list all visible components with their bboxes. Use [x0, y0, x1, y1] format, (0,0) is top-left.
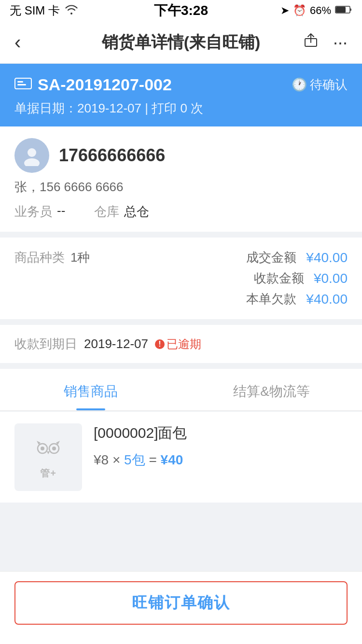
price-value: ¥8: [94, 452, 109, 467]
svg-rect-4: [17, 81, 23, 83]
order-status: 🕐 待确认: [292, 76, 348, 93]
nav-bar: ‹ 销货单详情(来自旺铺) ···: [0, 21, 362, 64]
bottom-bar: 旺铺订单确认: [0, 571, 362, 644]
customer-section: 17666666666 张，156 6666 6666 业务员 -- 仓库 总仓: [0, 126, 362, 238]
tab-sales-label: 销售商品: [64, 384, 118, 399]
customer-info: 17666666666: [59, 145, 165, 166]
total-value: ¥40: [161, 452, 183, 467]
svg-rect-1: [336, 7, 346, 13]
page-title: 销货单详情(来自旺铺): [102, 31, 261, 54]
transaction-value: ¥40.00: [306, 250, 348, 266]
customer-name-phone: 张，156 6666 6666: [14, 179, 348, 196]
warehouse-item: 仓库 总仓: [94, 203, 149, 220]
multiply-symbol: ×: [112, 452, 124, 467]
svg-rect-3: [15, 78, 31, 89]
alarm-icon: ⏰: [293, 4, 306, 17]
summary-section: 商品种类 1种 成交金额 ¥40.00 收款金额 ¥0.00 本单欠款 ¥40.…: [0, 238, 362, 325]
customer-meta: 业务员 -- 仓库 总仓: [14, 203, 348, 220]
location-icon: ➤: [280, 4, 289, 17]
debt-value: ¥40.00: [306, 292, 348, 307]
product-section: 管+ [0000002]面包 ¥8 × 5包 = ¥40: [0, 412, 362, 503]
clock-icon: 🕐: [292, 77, 307, 92]
debt-label: 本单欠款: [246, 291, 296, 308]
order-id: SA-20191207-002: [14, 75, 172, 94]
order-date: 单据日期：2019-12-07 | 打印 0 次: [14, 100, 348, 117]
due-date-section: 收款到期日 2019-12-07 ! 已逾期: [0, 325, 362, 369]
order-id-row: SA-20191207-002 🕐 待确认: [14, 75, 348, 94]
customer-avatar: [14, 138, 49, 173]
status-bar-right: ➤ ⏰ 66%: [280, 4, 352, 17]
payment-value: ¥0.00: [314, 271, 348, 286]
nav-actions: ···: [303, 32, 348, 53]
product-types-value: 1种: [70, 249, 90, 266]
equals-symbol: =: [149, 452, 160, 467]
warehouse-value: 总仓: [124, 203, 149, 220]
due-date-value: 2019-12-07: [84, 336, 148, 351]
warehouse-label: 仓库: [94, 203, 119, 220]
svg-rect-5: [17, 84, 26, 85]
tab-settlement-label: 结算&物流等: [233, 384, 310, 399]
overdue-badge: ! 已逾期: [155, 336, 201, 352]
order-header: SA-20191207-002 🕐 待确认 单据日期：2019-12-07 | …: [0, 64, 362, 126]
battery-text: 66%: [310, 4, 331, 17]
status-bar: 无 SIM 卡 下午3:28 ➤ ⏰ 66%: [0, 0, 362, 21]
wifi-icon: [65, 4, 78, 17]
due-label: 收款到期日: [14, 336, 77, 352]
product-types-label: 商品种类: [14, 249, 65, 266]
share-icon[interactable]: [303, 32, 319, 53]
salesperson-value: --: [57, 203, 65, 220]
more-icon[interactable]: ···: [333, 32, 348, 53]
product-price: ¥8 × 5包 = ¥40: [94, 451, 348, 469]
svg-point-11: [52, 447, 56, 450]
confirm-order-button[interactable]: 旺铺订单确认: [14, 581, 348, 625]
back-button[interactable]: ‹: [14, 31, 21, 53]
battery-icon: [335, 4, 352, 17]
product-name: [0000002]面包: [94, 423, 348, 443]
salesperson-item: 业务员 --: [14, 203, 65, 220]
no-sim-text: 无 SIM 卡: [10, 3, 60, 18]
svg-point-6: [28, 148, 36, 157]
tab-sales-products[interactable]: 销售商品: [0, 369, 181, 410]
order-status-text: 待确认: [310, 76, 348, 93]
payment-label: 收款金额: [254, 270, 304, 287]
logo-plus: 管+: [40, 467, 56, 480]
overdue-text: 已逾期: [167, 336, 201, 352]
transaction-row: 成交金额 ¥40.00: [246, 249, 348, 266]
order-number: SA-20191207-002: [38, 75, 172, 94]
svg-point-10: [41, 447, 44, 450]
product-image-inner: 管+: [29, 435, 68, 480]
overdue-icon: !: [155, 339, 165, 349]
tab-settlement[interactable]: 结算&物流等: [181, 369, 362, 410]
debt-row: 本单欠款 ¥40.00: [246, 291, 348, 308]
product-image: 管+: [14, 423, 82, 491]
transaction-label: 成交金额: [246, 249, 296, 266]
product-types-item: 商品种类 1种: [14, 249, 90, 266]
status-bar-time: 下午3:28: [154, 1, 208, 20]
order-icon: [14, 76, 32, 93]
salesperson-label: 业务员: [14, 203, 52, 220]
customer-row: 17666666666: [14, 138, 348, 173]
quantity-value: 5包: [124, 452, 145, 467]
summary-right: 成交金额 ¥40.00 收款金额 ¥0.00 本单欠款 ¥40.00: [246, 249, 348, 308]
svg-point-7: [24, 158, 40, 166]
product-info: [0000002]面包 ¥8 × 5包 = ¥40: [94, 423, 348, 469]
tabs-section: 销售商品 结算&物流等: [0, 369, 362, 411]
status-bar-left: 无 SIM 卡: [10, 3, 78, 18]
summary-left: 商品种类 1种: [14, 249, 90, 266]
customer-phone: 17666666666: [59, 145, 165, 166]
payment-row: 收款金额 ¥0.00: [254, 270, 348, 287]
